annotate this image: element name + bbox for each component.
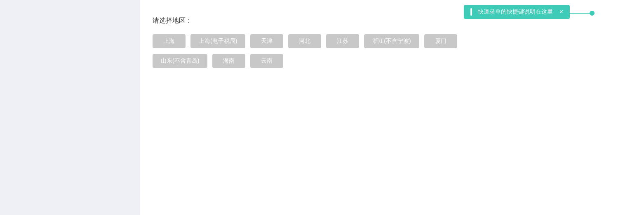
region-btn-xiamen[interactable]: 厦门 — [424, 34, 457, 48]
region-btn-yunnan[interactable]: 云南 — [250, 54, 283, 68]
region-btn-zhejiang[interactable]: 浙江(不含宁波) — [364, 34, 419, 48]
tooltip-text: 快速录单的快捷键说明在这里 — [478, 8, 553, 16]
region-btn-shanghai[interactable]: 上海 — [153, 34, 186, 48]
region-btn-shanghai-etax[interactable]: 上海(电子税局) — [190, 34, 245, 48]
tooltip-bar — [470, 8, 472, 16]
region-buttons-row-2: 山东(不含青岛) 海南 云南 — [153, 54, 632, 68]
tooltip-banner: 快速录单的快捷键说明在这里 × — [464, 5, 570, 19]
region-btn-hebei[interactable]: 河北 — [288, 34, 321, 48]
main-content: 请选择地区： 上海 上海(电子税局) 天津 河北 江苏 浙江(不含宁波) 厦门 … — [140, 0, 644, 215]
region-btn-shandong[interactable]: 山东(不含青岛) — [153, 54, 207, 68]
left-sidebar — [0, 0, 140, 215]
region-buttons-row-1: 上海 上海(电子税局) 天津 河北 江苏 浙江(不含宁波) 厦门 — [153, 34, 632, 48]
tooltip-dot — [590, 11, 595, 16]
tooltip-close-button[interactable]: × — [559, 9, 563, 15]
tooltip-connector — [570, 13, 590, 14]
region-btn-tianjin[interactable]: 天津 — [250, 34, 283, 48]
region-btn-hainan[interactable]: 海南 — [212, 54, 245, 68]
region-btn-jiangsu[interactable]: 江苏 — [326, 34, 359, 48]
